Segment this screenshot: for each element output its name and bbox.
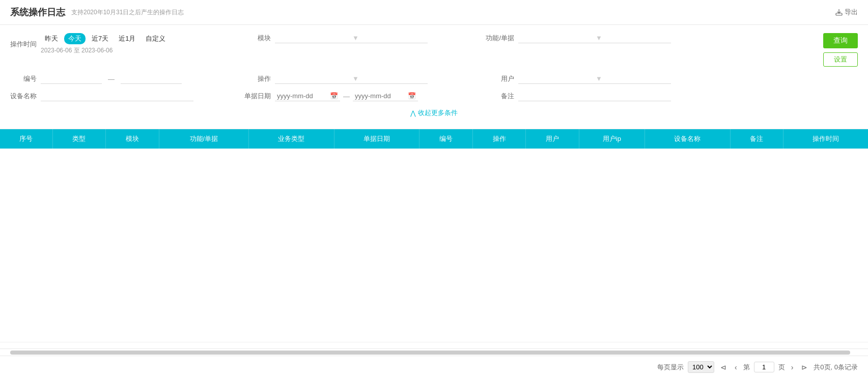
date-from-input[interactable]: [277, 92, 328, 100]
module-select[interactable]: ▼: [275, 33, 428, 43]
date-to-input[interactable]: [355, 92, 406, 100]
settings-button[interactable]: 设置: [823, 52, 858, 67]
table-header-row: 序号 类型 模块 功能/单据 业务类型 单据日期 编号 操作 用户 用户ip 设…: [0, 129, 868, 149]
col-module: 模块: [106, 129, 159, 149]
export-button[interactable]: 导出: [835, 8, 858, 17]
module-arrow-icon: ▼: [352, 34, 428, 42]
device-label: 设备名称: [10, 92, 37, 101]
col-sequence: 序号: [0, 129, 52, 149]
function-arrow-icon: ▼: [596, 34, 671, 42]
calendar-from-icon: 📅: [330, 92, 338, 100]
total-info: 共0页, 0条记录: [814, 363, 858, 372]
prev-page-btn[interactable]: ‹: [733, 362, 739, 372]
voucher-date-label: 单据日期: [244, 92, 271, 101]
number-filter: 编号 —: [10, 74, 244, 84]
number-to-input[interactable]: [121, 74, 182, 84]
collapse-icon: ⋀: [410, 109, 416, 117]
time-btn-custom[interactable]: 自定义: [142, 33, 170, 44]
user-label: 用户: [479, 74, 514, 83]
time-btn-today[interactable]: 今天: [64, 33, 86, 44]
col-number: 编号: [419, 129, 472, 149]
collapse-bar[interactable]: ⋀ 收起更多条件: [10, 105, 858, 121]
operation-label: 操作: [244, 74, 271, 83]
next-page-btn[interactable]: ›: [789, 362, 796, 372]
col-business-type: 业务类型: [249, 129, 334, 149]
time-filter-group: 昨天 今天 近7天 近1月 自定义 2023-06-06 至 2023-06-0…: [41, 33, 170, 55]
col-operation-time: 操作时间: [783, 129, 868, 149]
time-btn-1month[interactable]: 近1月: [115, 33, 139, 44]
time-btn-7days[interactable]: 近7天: [88, 33, 113, 44]
export-icon: [835, 9, 843, 16]
time-range-text: 2023-06-06 至 2023-06-06: [41, 46, 170, 55]
date-dash: —: [343, 93, 350, 100]
remark-filter: 备注: [479, 91, 858, 101]
page-unit: 页: [778, 363, 785, 372]
calendar-to-icon: 📅: [408, 92, 416, 100]
collapse-text: 收起更多条件: [418, 108, 458, 118]
number-dash: —: [108, 75, 115, 83]
filter-area: 操作时间 昨天 今天 近7天 近1月 自定义 2023-06-06 至 2023…: [0, 25, 868, 129]
function-select[interactable]: ▼: [518, 33, 671, 43]
page-input[interactable]: [754, 362, 774, 372]
page-label: 第: [743, 363, 750, 372]
table-wrap: 序号 类型 模块 功能/单据 业务类型 单据日期 编号 操作 用户 用户ip 设…: [0, 129, 868, 348]
page-header: 系统操作日志 支持2020年10月31日之后产生的操作日志 导出: [0, 0, 868, 25]
operation-select[interactable]: ▼: [275, 74, 428, 84]
module-label: 模块: [244, 34, 271, 43]
col-remark: 备注: [730, 129, 783, 149]
table-body: [0, 149, 868, 342]
user-arrow-icon: ▼: [596, 75, 671, 82]
col-function: 功能/单据: [159, 129, 248, 149]
voucher-date-filter: 单据日期 📅 — 📅: [244, 91, 479, 101]
remark-input[interactable]: [518, 91, 671, 101]
time-label: 操作时间: [10, 40, 37, 49]
user-filter: 用户 ▼: [479, 74, 858, 84]
horizontal-scrollbar[interactable]: [0, 348, 868, 356]
operation-arrow-icon: ▼: [352, 75, 428, 82]
number-label: 编号: [10, 74, 37, 83]
device-input[interactable]: [41, 91, 193, 101]
per-page-label: 每页显示: [657, 363, 684, 372]
date-to-wrap[interactable]: 📅: [353, 91, 418, 101]
remark-label: 备注: [479, 92, 514, 101]
date-from-wrap[interactable]: 📅: [275, 91, 340, 101]
function-label: 功能/单据: [479, 34, 514, 43]
col-user-ip: 用户ip: [579, 129, 645, 149]
page-subtitle: 支持2020年10月31日之后产生的操作日志: [71, 8, 184, 17]
col-voucher-date: 单据日期: [334, 129, 419, 149]
pagination: 每页显示 100 50 200 ⊲ ‹ 第 页 › ⊳ 共0页, 0条记录: [0, 356, 868, 378]
data-table: 序号 类型 模块 功能/单据 业务类型 单据日期 编号 操作 用户 用户ip 设…: [0, 129, 868, 342]
function-filter: 功能/单据 ▼: [479, 33, 813, 43]
per-page-select[interactable]: 100 50 200: [688, 361, 714, 373]
operation-filter: 操作 ▼: [244, 74, 479, 84]
col-operation: 操作: [472, 129, 525, 149]
number-from-input[interactable]: [41, 74, 102, 84]
module-filter: 模块 ▼: [244, 33, 479, 43]
col-device-name: 设备名称: [645, 129, 730, 149]
time-btn-yesterday[interactable]: 昨天: [41, 33, 62, 44]
last-page-btn[interactable]: ⊳: [799, 362, 809, 372]
col-type: 类型: [52, 129, 105, 149]
first-page-btn[interactable]: ⊲: [718, 362, 729, 372]
time-filter: 操作时间 昨天 今天 近7天 近1月 自定义 2023-06-06 至 2023…: [10, 33, 244, 55]
query-button[interactable]: 查询: [823, 33, 858, 48]
col-user: 用户: [526, 129, 579, 149]
page-title: 系统操作日志: [10, 6, 65, 18]
user-select[interactable]: ▼: [518, 74, 671, 84]
device-filter: 设备名称: [10, 91, 244, 101]
